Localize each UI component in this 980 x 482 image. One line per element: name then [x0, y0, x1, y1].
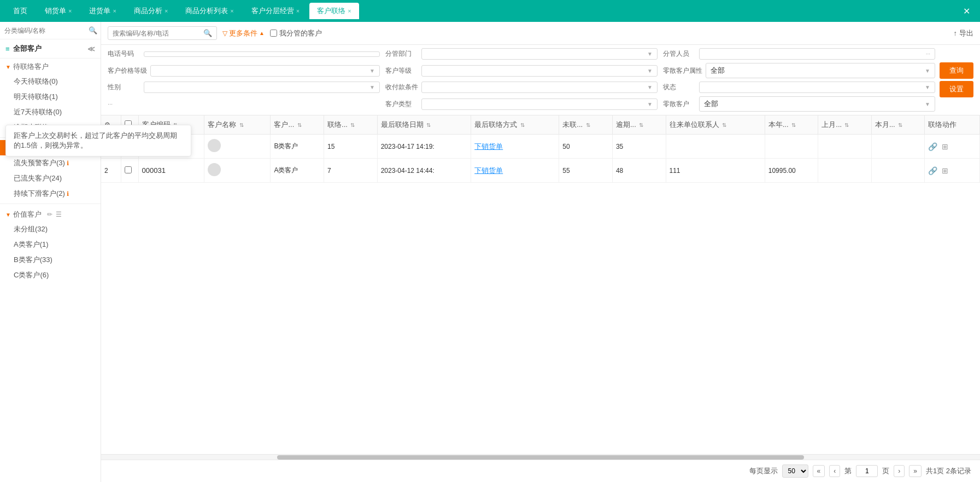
- price-level-select[interactable]: ▼: [150, 65, 380, 77]
- retail-customer-select[interactable]: 全部 ▼: [699, 96, 935, 112]
- last-month-sort-icon[interactable]: ⇅: [844, 122, 849, 128]
- row2-last-date: 2023-04-12 14:44:: [377, 159, 471, 183]
- filter-row-4: ··· 客户类型 ▼ 零散客户 全部: [108, 96, 935, 112]
- row2-select-checkbox[interactable]: [125, 166, 132, 173]
- per-page-select[interactable]: 50: [782, 464, 808, 478]
- value-group-edit-icon[interactable]: ✏: [47, 211, 52, 218]
- horizontal-scrollbar[interactable]: [101, 454, 980, 460]
- sidebar-item-class-c[interactable]: C类客户(6): [0, 268, 101, 283]
- contact-sort-icon[interactable]: ⇅: [350, 122, 355, 128]
- last-method-sort-icon[interactable]: ⇅: [520, 122, 525, 128]
- export-button[interactable]: ↑ 导出: [954, 28, 974, 38]
- more-conditions-button[interactable]: ▽ 更多条件 ▲: [222, 28, 265, 38]
- payment-select[interactable]: ▼: [421, 82, 658, 93]
- phone-input[interactable]: [144, 51, 380, 57]
- per-page-label: 每页显示: [749, 466, 778, 476]
- sidebar-item-continuous-drop[interactable]: 持续下滑客户(2) ℹ: [0, 186, 101, 201]
- nav-tab-product-analysis-close[interactable]: ×: [165, 8, 168, 14]
- chevron-up-icon: ▲: [259, 30, 265, 36]
- row2-grid-icon[interactable]: ⊞: [942, 166, 948, 175]
- name-sort-icon[interactable]: ⇅: [239, 122, 244, 128]
- th-actions: 联络动作: [925, 115, 980, 135]
- row1-method-link[interactable]: 下销货单: [474, 142, 503, 150]
- customer-type-select[interactable]: ▼: [421, 98, 658, 110]
- not-contacted-sort-icon[interactable]: ⇅: [586, 122, 590, 128]
- th-customer-type: 客户... ⇅: [271, 115, 324, 135]
- scrollbar-thumb[interactable]: [277, 455, 805, 460]
- retail-property-caret: ▼: [925, 68, 930, 74]
- sidebar-item-tomorrow[interactable]: 明天待联络(1): [0, 89, 101, 104]
- nav-tab-product-list-close[interactable]: ×: [230, 8, 233, 14]
- next-page-button[interactable]: ›: [894, 465, 905, 477]
- nav-tab-customer-segment-close[interactable]: ×: [296, 8, 300, 14]
- sidebar-item-already-lost[interactable]: 已流失客户(24): [0, 171, 101, 186]
- query-button[interactable]: 查询: [940, 62, 973, 79]
- row2-customer-type: A类客户: [271, 159, 324, 183]
- filter-more: ···: [108, 101, 380, 107]
- search-input[interactable]: [113, 30, 200, 37]
- payment-caret: ▼: [647, 84, 653, 90]
- filter-phone: 电话号码: [108, 49, 380, 59]
- row1-grid-icon[interactable]: ⊞: [942, 142, 948, 151]
- nav-tab-product-list[interactable]: 商品分析列表 ×: [178, 3, 241, 19]
- table-header-row: ⚙ 客户编码 ⇅ 客户名称 ⇅ 客户... ⇅: [101, 115, 980, 135]
- sidebar-search-input[interactable]: [4, 27, 86, 34]
- sidebar-item-7days[interactable]: 近7天待联络(0): [0, 104, 101, 120]
- page-label: 第: [844, 466, 852, 476]
- row2-index: 2: [101, 159, 121, 183]
- nav-tab-sales-close[interactable]: ×: [68, 8, 72, 14]
- nav-tab-sales[interactable]: 销货单 ×: [37, 3, 79, 19]
- value-group-settings-icon[interactable]: ☰: [56, 211, 62, 218]
- sidebar-item-class-b[interactable]: B类客户(33): [0, 252, 101, 268]
- nav-tab-customer-contact-close[interactable]: ×: [348, 8, 351, 14]
- branch-person-label: 分管人员: [663, 49, 696, 59]
- nav-tab-purchase-close[interactable]: ×: [113, 8, 116, 14]
- gender-select[interactable]: ▼: [144, 82, 380, 93]
- sidebar-search-icon[interactable]: 🔍: [89, 26, 97, 34]
- sidebar: 🔍 ≡ 全部客户 ≪ ▼ 待联络客户 今天待联络(0) 明天待联络(1) 近7天…: [0, 22, 101, 482]
- branch-person-select[interactable]: ···: [699, 48, 935, 60]
- sidebar-pending-group[interactable]: ▼ 待联络客户: [0, 59, 101, 74]
- sidebar-item-class-a[interactable]: A类客户(1): [0, 237, 101, 252]
- my-customers-checkbox[interactable]: [270, 30, 277, 37]
- settings-button[interactable]: 设置: [940, 81, 973, 97]
- nav-tab-product-analysis[interactable]: 商品分析 ×: [126, 3, 175, 19]
- type-sort-icon[interactable]: ⇅: [297, 122, 302, 128]
- filter-row-2: 客户价格等级 ▼ 客户等级 ▼: [108, 63, 935, 78]
- last-page-button[interactable]: »: [909, 465, 922, 477]
- nav-tab-purchase[interactable]: 进货单 ×: [81, 3, 124, 19]
- nav-tab-customer-contact[interactable]: 客户联络 ×: [309, 3, 359, 19]
- last-date-sort-icon[interactable]: ⇅: [426, 122, 431, 128]
- filter-status: 状态 ▼: [663, 82, 935, 93]
- sidebar-item-ungroup[interactable]: 未分组(32): [0, 222, 101, 237]
- company-sort-icon[interactable]: ⇅: [722, 122, 726, 128]
- row1-this-month: [871, 135, 925, 159]
- sidebar-item-lost-warning[interactable]: 流失预警客户(3) ℹ: [0, 155, 101, 171]
- sidebar-value-group[interactable]: ▼ 价值客户 ✏ ☰: [0, 206, 101, 222]
- first-page-button[interactable]: «: [813, 465, 825, 477]
- row1-action-icons: 🔗 ⊞: [928, 142, 976, 151]
- row1-company-contact: [666, 135, 765, 159]
- overdue-sort-icon[interactable]: ⇅: [639, 122, 643, 128]
- retail-property-label: 零散客户属性: [663, 66, 702, 76]
- sidebar-collapse-btn[interactable]: ≪: [87, 45, 95, 53]
- sidebar-item-today[interactable]: 今天待联络(0): [0, 74, 101, 89]
- status-select[interactable]: ▼: [699, 82, 935, 93]
- window-close-button[interactable]: ✕: [959, 4, 975, 19]
- prev-page-button[interactable]: ‹: [829, 465, 840, 477]
- retail-property-select[interactable]: 全部 ▼: [706, 63, 935, 78]
- page-number-input[interactable]: [856, 465, 878, 477]
- nav-tab-home[interactable]: 首页: [5, 3, 35, 19]
- nav-tab-customer-segment[interactable]: 客户分层经营 ×: [244, 3, 307, 19]
- customer-table: ⚙ 客户编码 ⇅ 客户名称 ⇅ 客户... ⇅: [101, 115, 980, 183]
- branch-dept-select[interactable]: ▼: [421, 48, 658, 60]
- row2-link-icon[interactable]: 🔗: [928, 166, 937, 175]
- this-year-sort-icon[interactable]: ⇅: [791, 122, 796, 128]
- this-month-sort-icon[interactable]: ⇅: [898, 122, 902, 128]
- th-last-month: 上月... ⇅: [818, 115, 872, 135]
- row2-method-link[interactable]: 下销货单: [474, 166, 503, 175]
- row1-link-icon[interactable]: 🔗: [928, 142, 937, 151]
- search-icon[interactable]: 🔍: [203, 29, 212, 37]
- more-filter-btn[interactable]: ···: [108, 101, 113, 107]
- customer-level-select[interactable]: ▼: [421, 65, 658, 77]
